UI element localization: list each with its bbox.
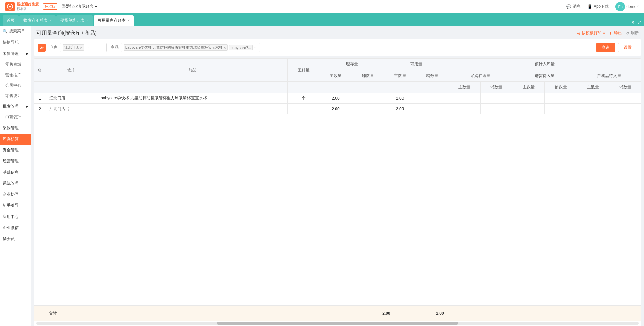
cell-pur-aux-2 — [480, 104, 513, 114]
warehouse-tag-close[interactable]: × — [80, 46, 82, 50]
th-incoming: 进货待入量 — [513, 70, 577, 82]
sidebar-section-newbie[interactable]: 新手引导 — [0, 200, 31, 211]
warehouse-input[interactable]: 江北门店 × ··· — [60, 43, 107, 52]
sidebar-item-retail-store[interactable]: 零售商城 — [0, 59, 31, 70]
cell-seq-2: 2 — [34, 104, 46, 114]
content-area: 可用量查询(按仓库+商品) 🖨 按模板打印 ⬇ 导出 ↻ 刷新 ≫ — [31, 26, 644, 326]
cell-seq-1: 1 — [34, 93, 46, 104]
sidebar-section-system[interactable]: 系统管理 — [0, 178, 31, 189]
data-table: ⚙ 仓库 商品 主计量 现存量 可用量 预计入库量 主数量 辅数量 主数量 — [34, 58, 641, 114]
header-right: 💬 消息 📱 App下载 Ea demo2 — [566, 2, 639, 11]
retail-chevron-icon — [26, 52, 28, 56]
sidebar-item-retail-stats[interactable]: 零售统计 — [0, 91, 31, 101]
phone-icon: 📱 — [587, 4, 592, 9]
query-btn[interactable]: 查询 — [596, 43, 615, 52]
user-info[interactable]: Ea demo2 — [615, 2, 639, 11]
filter-warehouse-field: 仓库 江北门店 × ··· — [50, 43, 107, 52]
filter-bar: ≫ 仓库 江北门店 × ··· 商品 babycare学饮杯 儿童防摔防撞吸管杯… — [34, 39, 641, 56]
summary-row: 合计 2.00 2.00 — [34, 305, 641, 321]
product-tag1-close[interactable]: × — [224, 46, 226, 50]
cell-fin-aux-2 — [609, 104, 641, 114]
product-tag1[interactable]: babycare学饮杯 儿童防摔防撞吸管杯重力球吸嘴杯宝宝水杯 × — [124, 44, 228, 51]
sidebar-section-appstore[interactable]: 应用中心 — [0, 211, 31, 222]
print-chevron-icon — [603, 31, 605, 36]
tab-receipts[interactable]: 收发存汇总表 × — [19, 15, 56, 26]
summary-stock-main: 2.00 — [373, 308, 400, 318]
sidebar-item-marketing[interactable]: 营销推广 — [0, 70, 31, 80]
industry-selector[interactable]: 母婴行业演示账套 — [61, 4, 97, 9]
th-fin-aux: 辅数量 — [609, 82, 641, 93]
th-product: 商品 — [97, 59, 288, 82]
cell-inc-aux-1 — [545, 93, 577, 104]
cell-warehouse-1: 江北门店 — [46, 93, 97, 104]
cell-stock-aux-2 — [352, 104, 384, 114]
th-avail-aux: 辅数量 — [416, 70, 448, 82]
cell-stock-main-2: 2.00 — [320, 104, 352, 114]
summary-table: 合计 2.00 2.00 — [34, 308, 641, 318]
page-title: 可用量查询(按仓库+商品) — [36, 30, 97, 37]
sidebar-item-member[interactable]: 会员中心 — [0, 80, 31, 91]
cell-avail-main-2: 2.00 — [384, 104, 416, 114]
tab-close-available[interactable]: × — [128, 18, 130, 22]
scroll-track — [36, 322, 639, 325]
main-layout: 🔍 搜索菜单 快捷导航 零售管理 零售商城 营销推广 会员中心 零售统计 批发管… — [0, 26, 644, 326]
cell-fin-main-2 — [577, 104, 609, 114]
sidebar-section-wholesale[interactable]: 批发管理 — [0, 101, 31, 112]
product-tag2[interactable]: babycare?... — [229, 45, 253, 50]
scroll-thumb[interactable] — [217, 322, 458, 325]
cell-warehouse-2: 江北门店【... — [46, 104, 97, 114]
cell-pur-aux-1 — [480, 93, 513, 104]
tab-close-all-btn[interactable]: × — [631, 19, 634, 26]
cell-inc-main-2 — [513, 104, 545, 114]
print-icon: 🖨 — [576, 31, 580, 36]
tab-close-order[interactable]: × — [87, 18, 89, 22]
sidebar-section-retail[interactable]: 零售管理 — [0, 48, 31, 59]
cell-product-2 — [97, 104, 288, 114]
tab-order[interactable]: 要货单统计表 × — [56, 15, 93, 26]
sidebar-section-enterprise[interactable]: 企业协同 — [0, 189, 31, 200]
tab-home[interactable]: 首页 — [3, 15, 19, 26]
th-gear[interactable]: ⚙ — [34, 59, 46, 82]
export-btn[interactable]: ⬇ 导出 — [609, 30, 622, 36]
th-pur-transit: 采购在途量 — [448, 70, 513, 82]
header-left: 畅捷通好生意 标准版 标准版 母婴行业演示账套 — [5, 2, 97, 11]
filter-toggle-btn[interactable]: ≫ — [38, 44, 46, 52]
sidebar-section-operation[interactable]: 经营管理 — [0, 156, 31, 167]
export-icon: ⬇ — [609, 31, 612, 36]
app-download-btn[interactable]: 📱 App下载 — [587, 4, 609, 9]
sidebar-search[interactable]: 🔍 搜索菜单 — [0, 26, 31, 37]
product-ellipsis: ··· — [254, 45, 257, 50]
summary-avail-main: 2.00 — [427, 308, 453, 318]
sidebar-item-ecommerce[interactable]: 电商管理 — [0, 112, 31, 123]
setting-btn[interactable]: 设置 — [618, 43, 637, 52]
tab-expand-btn[interactable]: ⤢ — [637, 19, 641, 26]
tab-close-receipts[interactable]: × — [50, 18, 52, 22]
tab-available[interactable]: 可用量库存账本 × — [94, 15, 134, 26]
th-avail-main: 主数量 — [384, 70, 416, 82]
cell-fin-main-1 — [577, 93, 609, 104]
sidebar-section-purchase[interactable]: 采购管理 — [0, 123, 31, 134]
refresh-btn[interactable]: ↻ 刷新 — [626, 30, 639, 36]
cell-product-1: babycare学饮杯 儿童防摔防撞吸管杯重力球吸嘴杯宝宝水杯 — [97, 93, 288, 104]
avatar: Ea — [615, 2, 625, 11]
th-pur-main: 主数量 — [448, 82, 480, 93]
sidebar-section-member2[interactable]: 畅会员 — [0, 233, 31, 244]
print-btn[interactable]: 🖨 按模板打印 — [576, 30, 605, 36]
table-row: 1 江北门店 babycare学饮杯 儿童防摔防撞吸管杯重力球吸嘴杯宝宝水杯 个… — [34, 93, 641, 104]
sidebar-item-quicknav[interactable]: 快捷导航 — [0, 37, 31, 48]
sidebar-section-finance[interactable]: 资金管理 — [0, 145, 31, 156]
search-icon: 🔍 — [3, 29, 8, 34]
cell-inc-aux-2 — [545, 104, 577, 114]
th-stock-main: 主数量 — [320, 70, 352, 82]
message-btn[interactable]: 💬 消息 — [566, 4, 581, 9]
sidebar-section-wecom[interactable]: 企业微信 — [0, 222, 31, 233]
product-label: 商品 — [111, 45, 119, 50]
warehouse-tag[interactable]: 江北门店 × — [63, 44, 84, 51]
summary-label: 合计 — [46, 308, 79, 318]
cell-unit-2 — [287, 104, 320, 114]
product-input[interactable]: babycare学饮杯 儿童防摔防撞吸管杯重力球吸嘴杯宝宝水杯 × babyca… — [121, 43, 260, 52]
sidebar-section-inventory[interactable]: 库存核算 — [0, 134, 31, 145]
th-stock: 现存量 — [320, 59, 384, 70]
sidebar-section-basic[interactable]: 基础信息 — [0, 167, 31, 178]
horizontal-scrollbar[interactable] — [36, 321, 639, 326]
